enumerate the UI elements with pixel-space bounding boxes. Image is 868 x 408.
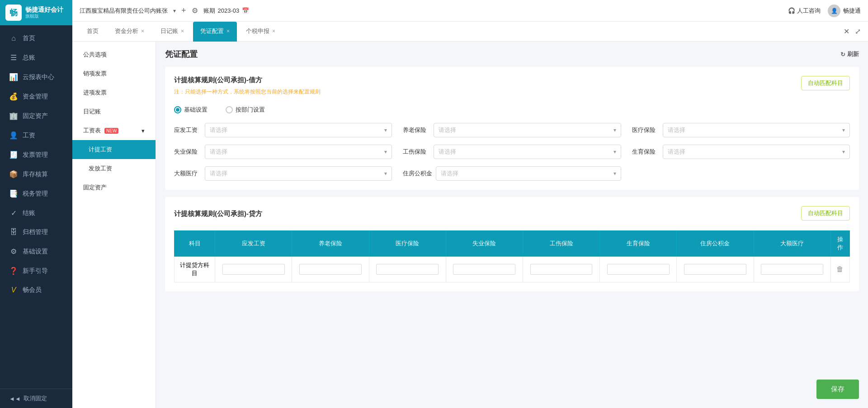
save-button[interactable]: 保存 xyxy=(816,380,859,399)
sidebar-logo: 畅 畅捷通好会计 旗舰版 xyxy=(0,0,72,25)
cancel-pin-button[interactable]: ◄◄ 取消固定 xyxy=(0,389,72,408)
arrow-applied-salary: ▾ xyxy=(384,127,387,133)
col-operation: 操作 xyxy=(830,231,849,257)
settings-button[interactable]: ⚙ xyxy=(192,6,198,15)
avatar: 👤 xyxy=(828,5,840,17)
cell-medical[interactable] xyxy=(369,257,446,282)
label-applied-salary: 应发工资 xyxy=(174,126,201,134)
sidebar-nav: ⌂ 首页 ☰ 总账 📊 云报表中心 💰 资金管理 🏢 固定资产 👤 工资 🧾 发… xyxy=(0,25,72,389)
radio-dept-label: 按部门设置 xyxy=(236,106,265,114)
tab-close-voucher[interactable]: × xyxy=(226,28,230,34)
select-maternity[interactable]: 请选择 ▾ xyxy=(663,145,850,159)
tab-home[interactable]: 首页 xyxy=(80,22,106,42)
expand-window-icon[interactable]: ⤢ xyxy=(855,27,861,36)
sidebar-label-vip: 畅会员 xyxy=(23,286,42,294)
credit-auto-match-button[interactable]: 自动匹配科目 xyxy=(801,206,850,220)
input-applied-salary[interactable] xyxy=(222,264,285,275)
menu-label-journal: 日记账 xyxy=(83,108,101,116)
service-button[interactable]: 🎧 人工咨询 xyxy=(788,7,821,15)
cell-work-injury[interactable] xyxy=(523,257,599,282)
sidebar-item-checkout[interactable]: ✓ 结账 xyxy=(0,203,72,223)
radio-department[interactable]: 按部门设置 xyxy=(226,106,265,114)
select-work-injury[interactable]: 请选择 ▾ xyxy=(434,145,621,159)
input-housing-fund[interactable] xyxy=(684,264,746,275)
sidebar-label-settings: 基础设置 xyxy=(23,248,48,256)
debit-auto-match-button[interactable]: 自动匹配科目 xyxy=(801,76,850,90)
radio-basic[interactable]: 基础设置 xyxy=(174,106,208,114)
select-applied-salary[interactable]: 请选择 ▾ xyxy=(205,123,392,137)
left-menu: 公共选项 销项发票 进项发票 日记账 工资表 NEW ▾ 计提工资 发放工资 xyxy=(72,42,156,408)
sidebar-item-settings[interactable]: ⚙ 基础设置 xyxy=(0,242,72,261)
cell-pension[interactable] xyxy=(292,257,369,282)
company-dropdown-icon[interactable]: ▾ xyxy=(173,8,176,14)
menu-item-sales[interactable]: 销项发票 xyxy=(72,64,156,83)
sidebar-item-inventory[interactable]: 📦 库存核算 xyxy=(0,164,72,184)
select-medical[interactable]: 请选择 ▾ xyxy=(663,123,850,137)
input-large-medical[interactable] xyxy=(761,264,823,275)
cell-applied-salary[interactable] xyxy=(215,257,292,282)
menu-item-salary-table[interactable]: 工资表 NEW ▾ xyxy=(72,121,156,140)
select-unemployment[interactable]: 请选择 ▾ xyxy=(205,145,392,159)
sidebar-item-salary[interactable]: 👤 工资 xyxy=(0,126,72,145)
tab-close-funds[interactable]: × xyxy=(141,28,144,34)
tab-tax[interactable]: 个税申报 × xyxy=(239,22,283,42)
tab-close-journal[interactable]: × xyxy=(181,28,184,34)
sidebar-item-ledger[interactable]: ☰ 总账 xyxy=(0,48,72,67)
period-label: 账期 xyxy=(203,7,215,15)
credit-title: 计提核算规则(公司承担)-贷方 xyxy=(174,210,262,218)
calendar-icon[interactable]: 📅 xyxy=(242,7,249,14)
sidebar-label-tax: 税务管理 xyxy=(23,190,48,198)
col-pension: 养老保险 xyxy=(292,231,369,257)
menu-item-journal[interactable]: 日记账 xyxy=(72,102,156,121)
sidebar-item-vip[interactable]: V 畅会员 xyxy=(0,281,72,300)
cell-housing-fund[interactable] xyxy=(677,257,754,282)
cell-unemployment[interactable] xyxy=(446,257,523,282)
sidebar-item-home[interactable]: ⌂ 首页 xyxy=(0,29,72,48)
menu-item-fixed-assets[interactable]: 固定资产 xyxy=(72,178,156,197)
select-large-medical[interactable]: 请选择 ▾ xyxy=(205,166,392,181)
tab-close-tax[interactable]: × xyxy=(272,28,275,34)
sidebar-item-archive[interactable]: 🗄 归档管理 xyxy=(0,223,72,242)
select-housing-fund[interactable]: 请选择 ▾ xyxy=(436,166,621,181)
input-unemployment[interactable] xyxy=(453,264,515,275)
placeholder-large-medical: 请选择 xyxy=(210,169,227,178)
cell-large-medical[interactable] xyxy=(754,257,830,282)
sidebar-item-funds[interactable]: 💰 资金管理 xyxy=(0,87,72,106)
refresh-button[interactable]: ↻ 刷新 xyxy=(840,50,859,58)
sidebar-label-assets: 固定资产 xyxy=(23,112,48,120)
select-pension[interactable]: 请选择 ▾ xyxy=(434,123,621,137)
radio-basic-circle xyxy=(174,106,181,113)
col-unemployment: 失业保险 xyxy=(446,231,523,257)
label-work-injury: 工伤保险 xyxy=(403,148,430,156)
sidebar-label-ledger: 总账 xyxy=(23,54,35,62)
sidebar-item-reports[interactable]: 📊 云报表中心 xyxy=(0,67,72,87)
row-label: 计提贷方科目 xyxy=(175,257,215,282)
debit-card: 计提核算规则(公司承担)-借方 注：只能选择一种方式，系统将按照您当前的选择来配… xyxy=(165,67,859,190)
label-maternity: 生育保险 xyxy=(632,148,659,156)
menu-label-accrual: 计提工资 xyxy=(89,145,112,154)
input-medical[interactable] xyxy=(376,264,439,275)
input-work-injury[interactable] xyxy=(530,264,593,275)
sidebar-item-invoice[interactable]: 🧾 发票管理 xyxy=(0,145,72,164)
add-button[interactable]: + xyxy=(181,6,186,15)
sidebar-item-assets[interactable]: 🏢 固定资产 xyxy=(0,106,72,126)
tab-voucher[interactable]: 凭证配置 × xyxy=(193,22,237,42)
sidebar-label-invoice: 发票管理 xyxy=(23,151,48,159)
tab-journal[interactable]: 日记账 × xyxy=(153,22,191,42)
menu-item-accrual[interactable]: 计提工资 xyxy=(72,140,156,159)
input-pension[interactable] xyxy=(299,264,362,275)
menu-item-public[interactable]: 公共选项 xyxy=(72,45,156,64)
sidebar-label-funds: 资金管理 xyxy=(23,93,48,101)
debit-title: 计提核算规则(公司承担)-借方 xyxy=(174,76,321,84)
cell-maternity[interactable] xyxy=(600,257,677,282)
invoice-icon: 🧾 xyxy=(9,150,18,159)
menu-item-purchase[interactable]: 进项发票 xyxy=(72,83,156,102)
menu-item-pay-salary[interactable]: 发放工资 xyxy=(72,159,156,178)
close-window-icon[interactable]: ✕ xyxy=(844,27,849,36)
user-menu[interactable]: 👤 畅捷通 xyxy=(828,5,861,17)
tab-funds[interactable]: 资金分析 × xyxy=(108,22,151,42)
input-maternity[interactable] xyxy=(607,264,670,275)
sidebar-item-tax[interactable]: 📑 税务管理 xyxy=(0,184,72,203)
cell-operation[interactable]: 🗑 xyxy=(830,257,849,282)
sidebar-item-guide[interactable]: ❓ 新手引导 xyxy=(0,261,72,281)
